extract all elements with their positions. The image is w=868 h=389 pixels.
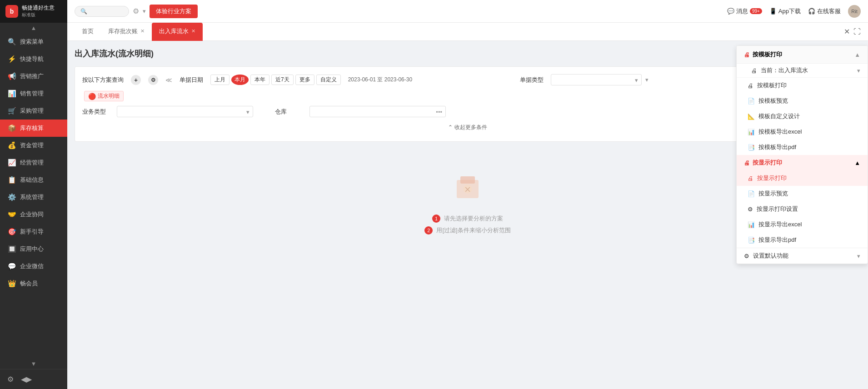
sidebar-item-search[interactable]: 🔍 搜索菜单 xyxy=(0,33,67,50)
tab-flow[interactable]: 出入库流水 ✕ xyxy=(152,23,203,41)
template-pdf-icon: 📑 xyxy=(748,144,755,151)
dropdown-header: 🖨 按模板打印 ▲ xyxy=(737,46,868,64)
settings-icon[interactable]: ⚙ xyxy=(7,375,14,384)
dropdown-item-display-excel[interactable]: 📊 按显示导出excel xyxy=(737,217,868,232)
template-excel-icon: 📊 xyxy=(748,129,755,135)
collapse-up-icon: ⌃ xyxy=(448,124,453,130)
messages-btn[interactable]: 💬 消息 99+ xyxy=(727,7,762,15)
header-search[interactable]: 🔍 xyxy=(75,6,129,17)
filter-settings-btn[interactable]: ⚙ xyxy=(148,75,158,85)
dropdown-current-arrow: ▾ xyxy=(857,67,860,74)
scroll-up-arrow[interactable]: ▲ xyxy=(0,23,67,33)
warehouse-label: 仓库 xyxy=(275,108,302,116)
dropdown-item-template-print[interactable]: 🖨 按模板打印 xyxy=(737,78,868,93)
trial-btn[interactable]: 体验行业方案 xyxy=(150,5,198,18)
header-left: 🔍 ⚙ ▾ 体验行业方案 xyxy=(75,5,722,18)
template-preview-icon: 📄 xyxy=(748,98,755,105)
sidebar-item-operation[interactable]: 📈 经营管理 xyxy=(0,154,67,171)
message-icon: 💬 xyxy=(727,8,734,15)
sidebar: b 畅捷通好生意 标准版 ▲ 🔍 搜索菜单 ⚡ 快捷导航 📢 营销推广 📊 销售… xyxy=(0,0,67,389)
sidebar-item-quick-nav[interactable]: ⚡ 快捷导航 xyxy=(0,50,67,68)
tab-close-flow[interactable]: ✕ xyxy=(191,28,195,34)
filter-add-btn[interactable]: + xyxy=(131,75,141,85)
dropdown-item-display-print[interactable]: 🖨 按显示打印 xyxy=(737,170,868,186)
footer-settings-icon: ⚙ xyxy=(744,253,749,259)
dropdown-item-template-custom[interactable]: 📐 模板自定义设计 xyxy=(737,109,868,124)
tab-close-window-btn[interactable]: ✕ xyxy=(844,27,850,36)
marketing-icon: 📢 xyxy=(7,72,16,80)
biz-type-label: 业务类型 xyxy=(82,108,110,116)
doctype-expand-arrow[interactable]: ▾ xyxy=(645,76,649,83)
date-btn-more[interactable]: 更多 xyxy=(295,75,314,85)
doctype-select-wrap xyxy=(551,74,642,85)
search-icon: 🔍 xyxy=(7,38,16,46)
logo: b 畅捷通好生意 标准版 xyxy=(0,0,67,23)
dropdown-item-display-preview[interactable]: 📄 按显示预览 xyxy=(737,186,868,201)
dropdown-item-template-pdf[interactable]: 📑 按模板导出pdf xyxy=(737,140,868,155)
doctype-select[interactable] xyxy=(551,74,642,85)
sidebar-item-system[interactable]: ⚙️ 系统管理 xyxy=(0,189,67,206)
display-settings-icon: ⚙ xyxy=(748,206,753,213)
date-range: 2023-06-01 至 2023-06-30 xyxy=(348,76,412,84)
date-btn-7days[interactable]: 近7天 xyxy=(271,75,294,85)
user-avatar[interactable]: Rit xyxy=(848,5,861,18)
collapse-icon[interactable]: ◀▶ xyxy=(21,375,32,384)
tag-filter-item[interactable]: 🔴 流水明细 xyxy=(84,91,124,101)
sidebar-item-purchase[interactable]: 🛒 采购管理 xyxy=(0,102,67,120)
biz-type-input[interactable] xyxy=(117,106,253,117)
scroll-down-arrow[interactable]: ▼ xyxy=(0,359,67,369)
sidebar-item-finance[interactable]: 💰 资金管理 xyxy=(0,137,67,154)
sidebar-item-basic[interactable]: 📋 基础信息 xyxy=(0,171,67,189)
tab-maximize-btn[interactable]: ⛶ xyxy=(853,28,861,36)
date-btns: 上月 本月 本年 近7天 更多 自定义 xyxy=(210,75,341,85)
quick-nav-icon: ⚡ xyxy=(7,55,16,63)
dropdown-current-item[interactable]: 🖨 当前：出入库流水 ▾ xyxy=(737,64,868,78)
headset-icon: 🎧 xyxy=(808,8,815,15)
wechat-icon: 💬 xyxy=(7,262,16,270)
sidebar-bottom: ⚙ ◀▶ xyxy=(0,369,67,389)
date-btn-last-month[interactable]: 上月 xyxy=(210,75,229,85)
sales-icon: 📊 xyxy=(7,90,16,98)
sidebar-item-coop[interactable]: 🤝 企业协同 xyxy=(0,206,67,223)
filter-collapse-btn[interactable]: ≪ xyxy=(165,76,172,84)
dropdown-print-icon: 🖨 xyxy=(744,51,750,58)
dropdown-item-display-settings[interactable]: ⚙ 按显示打印设置 xyxy=(737,201,868,217)
sidebar-item-app-center[interactable]: 🔲 应用中心 xyxy=(0,240,67,258)
sidebar-item-sales[interactable]: 📊 销售管理 xyxy=(0,85,67,102)
dropdown-section2-header[interactable]: 🖨 按显示打印 ▲ xyxy=(737,155,868,170)
tab-batch[interactable]: 库存批次账 ✕ xyxy=(101,23,152,41)
settings-gear-icon[interactable]: ⚙ xyxy=(133,7,139,15)
member-icon: 👑 xyxy=(7,279,16,288)
dropdown-close-btn[interactable]: ▲ xyxy=(854,51,860,58)
tab-home[interactable]: 首页 xyxy=(75,23,101,41)
operation-icon: 📈 xyxy=(7,159,16,167)
online-service-btn[interactable]: 🎧 在线客服 xyxy=(808,7,841,15)
tag-icon: 🔴 xyxy=(88,93,96,100)
tab-close-batch[interactable]: ✕ xyxy=(140,28,145,34)
warehouse-input[interactable] xyxy=(309,106,446,117)
footer-arrow: ▾ xyxy=(857,253,860,259)
tab-bar: 首页 库存批次账 ✕ 出入库流水 ✕ ✕ ⛶ xyxy=(67,23,868,41)
date-btn-year[interactable]: 本年 xyxy=(250,75,269,85)
date-btn-custom[interactable]: 自定义 xyxy=(316,75,341,85)
sidebar-item-wechat[interactable]: 💬 企业微信 xyxy=(0,258,67,275)
biz-type-expand-btn[interactable]: ▾ xyxy=(246,108,249,115)
dropdown-footer-settings[interactable]: ⚙ 设置默认功能 ▾ xyxy=(737,248,868,264)
warehouse-wrap: ••• xyxy=(309,106,446,117)
dropdown-item-template-preview[interactable]: 📄 按模板预览 xyxy=(737,93,868,109)
guide-icon: 🎯 xyxy=(7,228,16,236)
logo-icon: b xyxy=(5,5,18,18)
empty-illustration xyxy=(449,169,486,205)
inventory-icon: 📦 xyxy=(7,124,16,132)
app-download-btn[interactable]: 📱 App下载 xyxy=(769,7,801,15)
sidebar-item-member[interactable]: 👑 畅会员 xyxy=(0,275,67,292)
date-btn-current-month[interactable]: 本月 xyxy=(231,75,249,85)
dropdown-arrow-icon[interactable]: ▾ xyxy=(143,8,146,15)
dropdown-item-display-pdf[interactable]: 📑 按显示导出pdf xyxy=(737,232,868,248)
sidebar-item-marketing[interactable]: 📢 营销推广 xyxy=(0,68,67,85)
sidebar-item-guide[interactable]: 🎯 新手引导 xyxy=(0,223,67,240)
warehouse-expand-btn[interactable]: ••• xyxy=(436,108,442,115)
sidebar-item-inventory[interactable]: 📦 库存核算 xyxy=(0,120,67,137)
dropdown-item-template-excel[interactable]: 📊 按模板导出excel xyxy=(737,124,868,140)
section2-icon: 🖨 xyxy=(744,160,750,166)
